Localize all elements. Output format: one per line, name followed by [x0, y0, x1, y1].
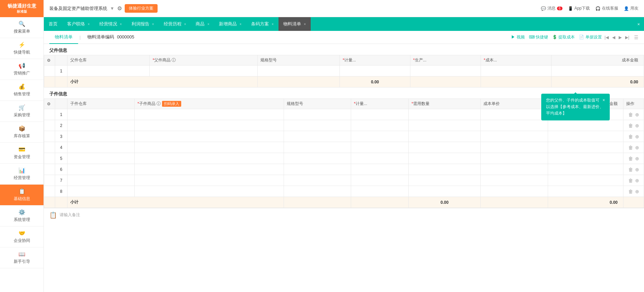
child-row-unit-cost-2[interactable]: [481, 120, 548, 131]
sidebar-item-basic-info[interactable]: 📋 基础信息: [0, 185, 44, 206]
child-row-warehouse-8[interactable]: [67, 186, 135, 197]
tab-new-product-close[interactable]: ×: [239, 22, 242, 26]
child-row-product-8[interactable]: [135, 186, 284, 197]
app-download-button[interactable]: 📱 App下载: [568, 5, 590, 11]
child-row-unit-cost-7[interactable]: [481, 175, 548, 186]
child-row-unit-cost-6[interactable]: [481, 164, 548, 175]
child-row-product-3[interactable]: [135, 131, 284, 142]
child-col-settings[interactable]: ⚙: [44, 99, 55, 109]
message-button[interactable]: 💬 消息 6: [541, 5, 562, 11]
parent-row-production[interactable]: [410, 66, 481, 77]
tab-product[interactable]: 商品 ×: [191, 17, 214, 31]
child-row-warehouse-5[interactable]: [67, 153, 135, 164]
tab-barcode[interactable]: 条码方案 ×: [246, 17, 278, 31]
child-row-warehouse-6[interactable]: [67, 164, 135, 175]
sidebar-item-system[interactable]: ⚙️ 系统管理: [0, 206, 44, 226]
tab-history-close[interactable]: ×: [184, 22, 186, 26]
copy-icon-5[interactable]: ⊕: [635, 156, 639, 161]
child-row-unit-2[interactable]: [351, 120, 409, 131]
tab-operation-close[interactable]: ×: [120, 22, 122, 26]
child-row-unit-cost-5[interactable]: [481, 153, 548, 164]
child-row-unit-cost-4[interactable]: [481, 142, 548, 153]
child-row-product-4[interactable]: [135, 142, 284, 153]
user-button[interactable]: 👤 用友: [624, 5, 639, 11]
child-row-product-7[interactable]: [135, 175, 284, 186]
child-row-unit-7[interactable]: [351, 175, 409, 186]
child-row-qty-4[interactable]: [409, 142, 481, 153]
child-row-unit-8[interactable]: [351, 186, 409, 197]
parent-col-settings[interactable]: ⚙: [44, 55, 55, 66]
single-settings-button[interactable]: 📄 单据设置: [579, 34, 602, 40]
delete-icon-5[interactable]: 🗑: [628, 156, 633, 161]
sidebar-item-sales[interactable]: 💰 销售管理: [0, 80, 44, 101]
child-row-unit-4[interactable]: [351, 142, 409, 153]
copy-icon-2[interactable]: ⊕: [635, 123, 639, 128]
delete-icon-2[interactable]: 🗑: [628, 123, 633, 128]
bottom-doc-icon[interactable]: 📋: [49, 211, 57, 219]
tab-profit-close[interactable]: ×: [152, 22, 154, 26]
copy-icon-4[interactable]: ⊕: [635, 145, 639, 150]
child-row-product-6[interactable]: [135, 164, 284, 175]
sidebar-item-quicknav[interactable]: ⚡ 快捷导航: [0, 38, 44, 59]
sidebar-item-search[interactable]: 🔍 搜索菜单: [0, 17, 44, 38]
nav-prev-button[interactable]: ◀: [611, 34, 617, 40]
child-row-product-1[interactable]: [135, 109, 284, 120]
child-row-spec-2[interactable]: [284, 120, 351, 131]
tab-customer-close[interactable]: ×: [88, 22, 90, 26]
tab-barcode-close[interactable]: ×: [272, 22, 274, 26]
online-service-button[interactable]: 🎧 在线客服: [595, 5, 618, 11]
copy-icon-6[interactable]: ⊕: [635, 167, 639, 172]
nav-next-button[interactable]: ▶: [617, 34, 623, 40]
child-row-warehouse-3[interactable]: [67, 131, 135, 142]
tab-bom[interactable]: 物料清单 ×: [278, 17, 311, 31]
dropdown-arrow-icon[interactable]: ▼: [110, 6, 114, 11]
tooltip-close-button[interactable]: ×: [603, 97, 605, 104]
child-row-qty-8[interactable]: [409, 186, 481, 197]
child-row-unit-cost-1[interactable]: [481, 109, 548, 120]
sub-tab-bom-code[interactable]: 物料清单编码 0000005: [82, 31, 140, 44]
tab-profit[interactable]: 利润报告 ×: [127, 17, 159, 31]
child-row-unit-5[interactable]: [351, 153, 409, 164]
sidebar-item-marketing[interactable]: 📢 营销推广: [0, 59, 44, 80]
child-row-spec-8[interactable]: [284, 186, 351, 197]
tab-customer[interactable]: 客户联络 ×: [62, 17, 95, 31]
view-button[interactable]: ▶ 视频: [511, 34, 524, 40]
tab-history[interactable]: 经营历程 ×: [159, 17, 191, 31]
child-row-unit-6[interactable]: [351, 164, 409, 175]
delete-icon-4[interactable]: 🗑: [628, 145, 633, 150]
child-row-warehouse-7[interactable]: [67, 175, 135, 186]
child-row-spec-7[interactable]: [284, 175, 351, 186]
child-row-qty-1[interactable]: [409, 109, 481, 120]
shortcut-button[interactable]: ⌨ 快捷键: [529, 34, 548, 40]
copy-icon-3[interactable]: ⊕: [635, 134, 639, 139]
delete-icon-7[interactable]: 🗑: [628, 178, 633, 183]
child-row-warehouse-4[interactable]: [67, 142, 135, 153]
scan-button[interactable]: 扫码录入: [162, 101, 181, 107]
extract-cost-button[interactable]: 💲 提取成本: [552, 34, 575, 40]
child-row-warehouse-2[interactable]: [67, 120, 135, 131]
child-row-unit-cost-3[interactable]: [481, 131, 548, 142]
tab-product-close[interactable]: ×: [207, 22, 209, 26]
sidebar-item-inventory[interactable]: 📦 库存核算: [0, 122, 44, 143]
child-row-qty-6[interactable]: [409, 164, 481, 175]
child-row-unit-1[interactable]: [351, 109, 409, 120]
tab-bom-close[interactable]: ×: [304, 22, 306, 26]
child-row-qty-3[interactable]: [409, 131, 481, 142]
sidebar-item-guide[interactable]: 📖 新手引导: [0, 247, 44, 268]
try-button[interactable]: 体验行业方案: [125, 4, 158, 13]
delete-icon-3[interactable]: 🗑: [628, 134, 633, 139]
nav-last-button[interactable]: ▶|: [624, 34, 631, 40]
parent-row-cost[interactable]: [481, 66, 552, 77]
child-row-spec-3[interactable]: [284, 131, 351, 142]
nav-first-button[interactable]: |◀: [603, 34, 610, 40]
copy-icon-8[interactable]: ⊕: [635, 189, 639, 194]
child-row-spec-5[interactable]: [284, 153, 351, 164]
child-row-spec-6[interactable]: [284, 164, 351, 175]
delete-icon-8[interactable]: 🗑: [628, 189, 633, 194]
parent-row-spec[interactable]: [257, 66, 339, 77]
sub-tab-bom[interactable]: 物料清单: [49, 31, 78, 44]
menu-icon[interactable]: ☰: [634, 35, 639, 40]
child-row-product-5[interactable]: [135, 153, 284, 164]
sidebar-item-management[interactable]: 📊 经营管理: [0, 164, 44, 185]
child-row-warehouse-1[interactable]: [67, 109, 135, 120]
